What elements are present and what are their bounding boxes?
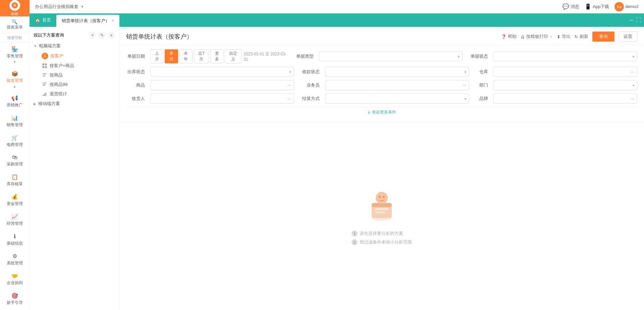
svg-rect-5 (43, 74, 46, 75)
sidebar-item-newbie[interactable]: 🎯 新手引导 (0, 289, 29, 309)
receiver-dots[interactable]: ··· (287, 96, 291, 101)
by-customer-label: 按客户 (50, 53, 63, 59)
warehouse-dots[interactable]: ··· (630, 69, 634, 74)
refresh-btn[interactable]: ↻ 刷新 (575, 34, 588, 40)
retail-arrow: ▼ (13, 60, 16, 64)
staff-select[interactable]: ··· (325, 80, 469, 90)
payment-status-select[interactable]: ▾ (325, 67, 469, 77)
sidebar-item-basic[interactable]: ℹ 基础信息 (0, 230, 29, 250)
svg-rect-16 (375, 208, 388, 210)
collapse-bar[interactable]: ∧ 收起更多条件 (126, 107, 637, 117)
tree-item-by-customer-goods[interactable]: 按客户+商品 (30, 61, 119, 70)
template-print-btn[interactable]: 🖨 按模板打印 ▼ (521, 34, 553, 40)
tab-sales-label: 销货单统计表（按客户） (62, 18, 110, 24)
brand-select[interactable]: ··· (493, 94, 637, 104)
collapse-label: 收起更多条件 (372, 109, 396, 115)
newbie-icon: 🎯 (11, 293, 18, 299)
sidebar-item-marketing[interactable]: 📢 营销推广 (0, 92, 29, 111)
app-download-btn[interactable]: 📱 App下载 (585, 3, 609, 10)
sidebar: 标账 🔍 搜索菜单 快捷导航 🏪 零售管理 ▼ 📦 批发管理 ▲ 📢 营销推广 … (0, 0, 30, 310)
goods-select[interactable]: ··· (150, 80, 294, 90)
sidebar-item-label: 销售管理 (7, 122, 23, 128)
empty-tip-1: 1 请先选择要分析的方案 (352, 230, 412, 237)
svg-rect-8 (43, 84, 46, 85)
tip-text-1: 请先选择要分析的方案 (360, 230, 403, 237)
collapse-panel-btn[interactable]: « (108, 32, 115, 39)
brand-label: 品牌 (475, 96, 488, 102)
edit-scheme-btn[interactable]: ✎ (98, 32, 106, 39)
goods-dots[interactable]: ··· (287, 83, 291, 88)
filter-row-2: 出库状态 ▾ 收款状态 ▾ 仓库 ··· (126, 67, 637, 77)
sidebar-item-retail[interactable]: 🏪 零售管理 ▼ (0, 43, 29, 67)
inventory-icon: 📋 (11, 174, 18, 180)
svg-rect-4 (43, 73, 47, 74)
svg-point-20 (383, 196, 385, 198)
sidebar-search-label: 搜索菜单 (0, 24, 29, 30)
tree-item-by-goods[interactable]: 按商品 (30, 70, 119, 80)
add-scheme-btn[interactable]: + (89, 32, 96, 39)
dropdown-icon[interactable]: ▾ (81, 4, 84, 9)
svg-rect-9 (43, 85, 45, 86)
download-icon: 📱 (585, 3, 591, 10)
tree-item-return-stats[interactable]: 退货统计 (30, 89, 119, 99)
date-btn-more[interactable]: 更多 (210, 49, 223, 63)
out-status-select[interactable]: ▾ (150, 67, 294, 77)
export-btn[interactable]: ⬇ 导出 (557, 34, 571, 40)
date-btn-custom[interactable]: 自定义 (225, 49, 241, 63)
sidebar-item-enterprise[interactable]: 🤝 企业协同 (0, 269, 29, 289)
tab-home[interactable]: 🏠 首页 (30, 13, 56, 27)
tab-sales-stats[interactable]: 销货单统计表（按客户） × (56, 15, 119, 27)
sidebar-quick-nav: 快捷导航 (0, 33, 29, 43)
brand-dots[interactable]: ··· (630, 96, 634, 101)
tree-item-by-goods99[interactable]: 按商品99 (30, 80, 119, 89)
svg-rect-1 (45, 63, 47, 65)
sidebar-item-wholesale[interactable]: 📦 批发管理 ▲ (0, 67, 29, 92)
svg-point-18 (376, 192, 388, 204)
query-btn[interactable]: 查询 (592, 32, 614, 42)
doc-type-select[interactable]: ▾ (319, 51, 463, 61)
purchase-icon: 🛍 (12, 154, 17, 160)
help-btn[interactable]: ❓ 帮助 (501, 34, 517, 40)
header-right: 💬 消息 📱 App下载 Ea demo2 (562, 2, 639, 11)
wholesale-icon: 📦 (11, 70, 18, 77)
refresh-icon: ↻ (575, 34, 578, 39)
tree-desktop-group[interactable]: ▼ 电脑端方案 (30, 41, 119, 51)
tree-desktop-label: 电脑端方案 (39, 43, 61, 49)
tree-item-by-customer[interactable]: 人 按客户 (30, 51, 119, 61)
by-customer-goods-label: 按客户+商品 (50, 63, 74, 69)
date-btn-7days[interactable]: 近7天 (194, 49, 209, 63)
sidebar-item-system[interactable]: ⚙ 系统管理 (0, 250, 29, 269)
date-btn-this-year[interactable]: 本年 (179, 49, 193, 63)
tab-close-btn[interactable]: × (112, 18, 114, 23)
home-icon: 🏠 (35, 18, 40, 23)
sidebar-item-ecommerce[interactable]: 🛒 电商管理 (0, 131, 29, 151)
tab-expand-btn[interactable]: ⛶ (636, 17, 641, 23)
sidebar-item-finance[interactable]: 💰 资金管理 (0, 190, 29, 210)
staff-dots[interactable]: ··· (462, 83, 466, 88)
tree-mobile-group[interactable]: ▶ 移动端方案 (30, 99, 119, 109)
export-label: 导出 (562, 34, 571, 40)
dept-select[interactable]: ▾ (493, 80, 637, 90)
sidebar-item-operation[interactable]: 📈 经营管理 (0, 210, 29, 230)
receiver-select[interactable]: ··· (150, 94, 294, 104)
tip-text-2: 用过滤条件来缩小分析范围 (360, 239, 412, 245)
ecommerce-icon: 🛒 (11, 135, 18, 141)
messages-btn[interactable]: 💬 消息 (562, 3, 579, 10)
page-actions: ❓ 帮助 🖨 按模板打印 ▼ ⬇ 导出 ↻ 刷新 (501, 32, 637, 42)
sidebar-search[interactable]: 🔍 搜索菜单 (0, 16, 29, 33)
sidebar-item-sales[interactable]: 📊 销售管理 (0, 111, 29, 131)
warehouse-select[interactable]: ··· (493, 67, 637, 77)
sidebar-item-inventory[interactable]: 📋 库存核算 (0, 170, 29, 190)
date-btn-last-month[interactable]: 上月 (150, 49, 163, 63)
user-menu[interactable]: Ea demo2 (614, 2, 639, 11)
tab-minimize-btn[interactable]: ─ (630, 17, 633, 23)
settings-btn[interactable]: 设置 (619, 32, 637, 42)
sidebar-item-purchase[interactable]: 🛍 采购管理 (0, 151, 29, 170)
settlement-select[interactable]: ▾ (325, 94, 469, 104)
date-btn-this-month[interactable]: 本月 (165, 49, 178, 63)
retail-icon: 🏪 (11, 46, 18, 52)
operation-icon: 📈 (11, 213, 18, 220)
doc-status-select[interactable]: ▾ (493, 51, 637, 61)
doc-type-label: 单据类型 (293, 53, 314, 59)
sidebar-item-label: 库存核算 (7, 181, 23, 187)
